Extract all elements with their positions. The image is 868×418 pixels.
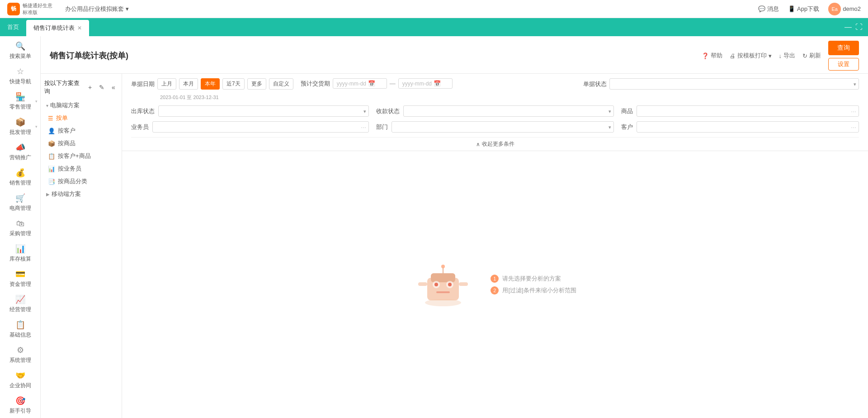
this-year-btn[interactable]: 本年 xyxy=(201,78,220,90)
basic-icon: 📋 xyxy=(15,320,25,330)
more-btn[interactable]: 更多 xyxy=(247,78,266,90)
print-dropdown-icon: ▾ xyxy=(769,52,772,59)
sidebar-item-label: 经营管理 xyxy=(9,306,31,314)
query-button[interactable]: 查询 xyxy=(828,41,859,55)
department-label: 部门 xyxy=(376,123,388,131)
message-button[interactable]: 💬 消息 xyxy=(758,5,779,13)
refresh-button[interactable]: ↻ 刷新 xyxy=(802,52,821,60)
help-icon: ❓ xyxy=(702,52,709,59)
setting-button[interactable]: 设置 xyxy=(828,58,859,71)
last-month-btn[interactable]: 上月 xyxy=(157,78,176,90)
tab-maximize-icon[interactable]: ⛶ xyxy=(855,23,863,31)
empty-svg xyxy=(414,260,472,309)
left-panel: 按以下方案查询 + ✎ « ▾ 电脑端方案 ☰ 按单 👤 按客户 xyxy=(41,74,122,418)
customer-dots-icon[interactable]: ··· xyxy=(851,124,856,131)
sidebar-item-label: 库存核算 xyxy=(9,255,31,263)
refresh-icon: ↻ xyxy=(802,52,807,59)
sidebar-item-finance[interactable]: 💳 资金管理 xyxy=(0,266,40,291)
sidebar-item-operation[interactable]: 📈 经营管理 xyxy=(0,291,40,317)
order-status-block: 单据状态 ▾ xyxy=(583,78,859,90)
tab-home[interactable]: 首页 xyxy=(0,18,26,36)
tab-sales-order-stat[interactable]: 销售订单统计表 ✕ xyxy=(26,20,89,36)
edit-scheme-button[interactable]: ✎ xyxy=(97,83,106,92)
right-content: 单据日期 上月 本月 本年 近7天 更多 自定义 预计交货期 y xyxy=(122,74,868,418)
ship-status-container: ▾ xyxy=(158,105,369,117)
print-button[interactable]: 🖨 按模板打印 ▾ xyxy=(730,52,772,60)
sidebar-item-label: 销售管理 xyxy=(9,179,31,187)
last7-btn[interactable]: 近7天 xyxy=(222,78,245,90)
tab-bar-actions: — ⛶ xyxy=(844,23,868,31)
sidebar-item-sales[interactable]: 💰 销售管理 xyxy=(0,165,40,190)
user-menu[interactable]: Ea demo2 xyxy=(828,3,861,15)
add-scheme-button[interactable]: + xyxy=(85,83,94,92)
page-title: 销售订单统计表(按单) xyxy=(50,50,128,61)
scheme-by-product[interactable]: 📦 按商品 xyxy=(41,137,122,150)
department-container: ▾ xyxy=(392,121,614,133)
content-area: 销售订单统计表(按单) ❓ 帮助 🖨 按模板打印 ▾ ↓ 导出 ↻ 刷新 xyxy=(41,36,868,418)
sidebar-item-inventory[interactable]: 📊 库存核算 xyxy=(0,241,40,266)
custom-btn[interactable]: 自定义 xyxy=(269,78,293,90)
sidebar-item-label: 快捷导航 xyxy=(9,78,31,86)
collapse-panel-button[interactable]: « xyxy=(109,83,118,92)
sidebar-item-newbie[interactable]: 🎯 新手引导 xyxy=(0,393,40,418)
end-date-input[interactable]: yyyy-mm-dd 📅 xyxy=(398,78,453,89)
order-status-select[interactable] xyxy=(609,78,859,90)
export-button[interactable]: ↓ 导出 xyxy=(779,52,796,60)
company-selector[interactable]: 办公用品行业模拟账套 ▾ xyxy=(65,5,129,13)
scheme-by-salesperson[interactable]: 📊 按业务员 xyxy=(41,162,122,175)
app-download-button[interactable]: 📱 App下载 xyxy=(788,5,819,13)
panel-title: 按以下方案查询 xyxy=(44,79,83,95)
help-button[interactable]: ❓ 帮助 xyxy=(702,52,722,60)
content-bottom: 按以下方案查询 + ✎ « ▾ 电脑端方案 ☰ 按单 👤 按客户 xyxy=(41,74,868,418)
scheme-by-customer-product[interactable]: 📋 按客户+商品 xyxy=(41,150,122,162)
empty-hints: 1 请先选择要分析的方案 2 用[过滤]条件来缩小分析范围 xyxy=(491,275,576,294)
salesperson-dots-icon[interactable]: ··· xyxy=(361,124,366,131)
empty-content: 1 请先选择要分析的方案 2 用[过滤]条件来缩小分析范围 xyxy=(414,260,576,309)
sidebar-item-purchase[interactable]: 🛍 采购管理 xyxy=(0,215,40,241)
product-input[interactable] xyxy=(637,105,859,117)
pc-scheme-group[interactable]: ▾ 电脑端方案 xyxy=(41,99,122,112)
mobile-scheme-group[interactable]: ▶ 移动端方案 xyxy=(41,188,122,200)
salesperson-input[interactable] xyxy=(152,121,369,133)
panel-toolbar: 按以下方案查询 + ✎ « xyxy=(41,77,122,99)
collapse-icon: ∧ xyxy=(476,141,480,147)
sidebar-item-label: 搜索菜单 xyxy=(9,52,31,60)
app-download-label: App下载 xyxy=(797,5,819,13)
this-month-btn[interactable]: 本月 xyxy=(179,78,198,90)
payment-status-select[interactable] xyxy=(403,105,614,117)
svg-point-6 xyxy=(448,283,452,286)
scheme-by-order[interactable]: ☰ 按单 xyxy=(41,112,122,124)
scheme-by-customer[interactable]: 👤 按客户 xyxy=(41,124,122,137)
sidebar-item-retail[interactable]: 🏪 零售管理 ▾ xyxy=(0,89,40,114)
sidebar-item-wholesale[interactable]: 📦 批发管理 ▾ xyxy=(0,114,40,139)
payment-status-label: 收款状态 xyxy=(376,107,400,115)
sidebar-item-marketing[interactable]: 📣 营销推广 xyxy=(0,139,40,165)
sidebar-item-label: 资金管理 xyxy=(9,280,31,288)
tab-close-icon[interactable]: ✕ xyxy=(77,25,82,31)
product-dots-icon[interactable]: ··· xyxy=(851,108,856,115)
sidebar-item-system[interactable]: ⚙ 系统管理 xyxy=(0,342,40,367)
scheme-by-category[interactable]: 📑 按商品分类 xyxy=(41,175,122,188)
by-sales-icon: 📊 xyxy=(48,166,55,172)
svg-point-9 xyxy=(441,265,445,268)
system-icon: ⚙ xyxy=(17,345,24,355)
collapse-more-button[interactable]: ∧ 收起更多条件 xyxy=(131,137,859,151)
by-order-icon: ☰ xyxy=(48,115,53,122)
hint-text-2: 用[过滤]条件来缩小分析范围 xyxy=(502,286,576,294)
sidebar-item-basic[interactable]: 📋 基础信息 xyxy=(0,317,40,342)
finance-icon: 💳 xyxy=(15,269,25,279)
scheme-label: 按客户+商品 xyxy=(58,152,91,160)
department-select[interactable] xyxy=(392,121,614,133)
sidebar-item-enterprise[interactable]: 🤝 企业协同 xyxy=(0,367,40,393)
sidebar-item-ecommerce[interactable]: 🛒 电商管理 xyxy=(0,190,40,215)
start-date-input[interactable]: yyyy-mm-dd 📅 xyxy=(333,78,387,89)
sidebar-item-quick-nav[interactable]: ☆ 快捷导航 xyxy=(0,63,40,89)
filter-section: 单据日期 上月 本月 本年 近7天 更多 自定义 预计交货期 y xyxy=(122,74,868,151)
customer-input[interactable] xyxy=(637,121,859,133)
sidebar-item-search-menu[interactable]: 🔍 搜索菜单 xyxy=(0,38,40,63)
ship-status-select[interactable] xyxy=(158,105,369,117)
customer-container: ··· xyxy=(637,121,859,133)
svg-rect-7 xyxy=(436,291,450,293)
filter-row-2: 出库状态 ▾ 收款状态 xyxy=(131,105,859,117)
tab-minimize-icon[interactable]: — xyxy=(844,23,852,31)
